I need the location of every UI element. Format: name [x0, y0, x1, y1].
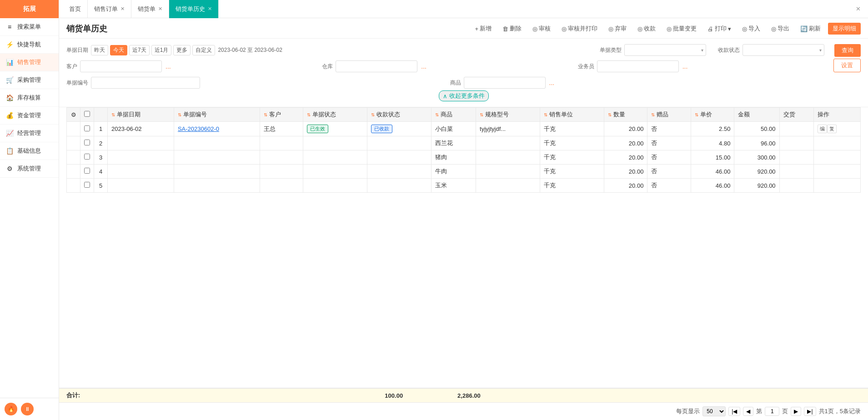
row-checkbox[interactable] — [84, 125, 90, 131]
select-all-checkbox[interactable] — [84, 111, 90, 117]
row-doc-no[interactable] — [174, 179, 260, 193]
setting-button[interactable]: 设置 — [833, 59, 861, 72]
sidebar-item-sales-mgmt[interactable]: 📊 销售管理 — [0, 54, 59, 71]
date-more-btn[interactable]: 更多 — [173, 45, 191, 55]
row-doc-no[interactable] — [174, 150, 260, 165]
sidebar-item-purchase-mgmt[interactable]: 🛒 采购管理 — [0, 71, 59, 89]
row-doc-no[interactable] — [174, 136, 260, 150]
row-checkbox[interactable] — [84, 168, 90, 174]
new-button[interactable]: + 新增 — [471, 23, 495, 35]
th-checkbox[interactable] — [80, 108, 94, 122]
refresh-button[interactable]: 🔄 刷新 — [797, 23, 824, 35]
table-wrapper: ⚙ ⇅ 单据日期 ⇅ 单据编号 ⇅ 客户 — [59, 107, 868, 388]
prev-page-btn[interactable]: ◀ — [743, 407, 753, 416]
row-edit-btn[interactable]: 编 — [818, 125, 827, 133]
collect-button[interactable]: ◎ 收款 — [634, 23, 659, 35]
review-button[interactable]: ◎ 审核 — [529, 23, 554, 35]
date-range-value: 2023-06-02 至 2023-06-02 — [218, 46, 282, 54]
sidebar-bottom-fire-icon[interactable]: 🔥 — [5, 403, 17, 415]
delete-label: 删除 — [510, 25, 522, 33]
import-button[interactable]: ◎ 导入 — [738, 23, 764, 35]
toolbar: + 新增 🗑 删除 ◎ 审核 ◎ 审核并打印 ◎ 弃审 — [471, 23, 861, 35]
row-doc-no[interactable]: SA-20230602-0 — [174, 122, 260, 136]
date-today-btn[interactable]: 今天 — [110, 45, 127, 55]
customer-input[interactable] — [80, 60, 162, 72]
collect-status-badge: 已收款 — [371, 125, 392, 133]
tab-sales-goods[interactable]: 销货单 ✕ — [131, 0, 169, 18]
th-doc-no[interactable]: ⇅ 单据编号 — [174, 108, 260, 122]
row-checkbox[interactable] — [84, 140, 90, 145]
th-collect-status[interactable]: ⇅ 收款状态 — [367, 108, 431, 122]
sidebar-item-quick-nav[interactable]: ⚡ 快捷导航 — [0, 36, 59, 54]
doc-type-select[interactable] — [624, 44, 706, 56]
sidebar-item-label: 基础信息 — [17, 147, 41, 155]
date-custom-btn[interactable]: 自定义 — [192, 45, 215, 55]
date-yesterday-btn[interactable]: 昨天 — [91, 45, 108, 55]
tab-sales-order[interactable]: 销售订单 ✕ — [88, 0, 131, 18]
abandon-button[interactable]: ◎ 弃审 — [605, 23, 630, 35]
th-gift[interactable]: ⇅ 赠品 — [647, 108, 691, 122]
row-doc-no[interactable] — [174, 165, 260, 179]
row-copy-btn[interactable]: 复 — [827, 125, 837, 133]
sidebar-item-operations-mgmt[interactable]: 📈 经营管理 — [0, 125, 59, 142]
print-button[interactable]: 🖨 打印 ▾ — [704, 23, 735, 35]
th-spec[interactable]: ⇅ 规格型号 — [476, 108, 540, 122]
warehouse-input[interactable] — [336, 60, 417, 72]
tab-home[interactable]: 首页 — [63, 0, 88, 18]
row-checkbox[interactable] — [84, 154, 90, 160]
row-gift: 否 — [647, 150, 691, 165]
tab-bar: 首页 销售订单 ✕ 销货单 ✕ 销货单历史 ✕ ✕ — [59, 0, 868, 18]
sidebar-item-search-menu[interactable]: ≡ 搜索菜单 — [0, 18, 59, 36]
tab-sales-goods-close[interactable]: ✕ — [158, 6, 162, 12]
table-row: 5玉米千克20.00否46.00920.00 — [67, 179, 861, 193]
next-page-btn[interactable]: ▶ — [791, 407, 801, 416]
doc-status-badge: 已生效 — [307, 125, 328, 133]
th-gear[interactable]: ⚙ — [67, 108, 80, 122]
sidebar-bottom-pause-icon[interactable]: ⏸ — [21, 403, 34, 415]
sidebar-item-inventory-calc[interactable]: 🏠 库存核算 — [0, 89, 59, 107]
th-goods[interactable]: ⇅ 商品 — [431, 108, 476, 122]
tab-sales-goods-history[interactable]: 销货单历史 ✕ — [169, 0, 219, 18]
tab-sales-order-close[interactable]: ✕ — [120, 6, 125, 12]
row-doc-status — [303, 136, 367, 150]
tab-bar-end[interactable]: ✕ — [852, 5, 864, 12]
th-doc-status[interactable]: ⇅ 单据状态 — [303, 108, 367, 122]
delete-button[interactable]: 🗑 删除 — [499, 23, 525, 35]
th-unit[interactable]: ⇅ 销售单位 — [540, 108, 604, 122]
customer-ellipsis-btn[interactable]: ... — [165, 63, 172, 70]
batch-change-button[interactable]: ◎ 批量变更 — [663, 23, 700, 35]
row-checkbox[interactable] — [84, 182, 90, 188]
collect-status-select[interactable] — [743, 44, 824, 56]
th-customer[interactable]: ⇅ 客户 — [260, 108, 303, 122]
th-qty[interactable]: ⇅ 数量 — [604, 108, 647, 122]
review-print-button[interactable]: ◎ 审核并打印 — [558, 23, 601, 35]
th-date[interactable]: ⇅ 单据日期 — [108, 108, 174, 122]
page-size-select[interactable]: 50 10 20 100 — [702, 406, 726, 416]
show-detail-button[interactable]: 显示明细 — [828, 23, 861, 35]
staff-input[interactable] — [597, 60, 679, 72]
row-gift: 否 — [647, 136, 691, 150]
goods-input[interactable] — [464, 77, 546, 89]
warehouse-ellipsis-btn[interactable]: ... — [420, 63, 427, 70]
export-button[interactable]: ◎ 导出 — [768, 23, 793, 35]
tab-sales-goods-history-close[interactable]: ✕ — [208, 6, 212, 12]
row-unit-price: 2.50 — [691, 122, 734, 136]
table-header-row: ⚙ ⇅ 单据日期 ⇅ 单据编号 ⇅ 客户 — [67, 108, 861, 122]
last-page-btn[interactable]: ▶| — [804, 407, 816, 416]
first-page-btn[interactable]: |◀ — [728, 407, 740, 416]
collapse-btn[interactable]: ∧ 收起更多条件 — [439, 90, 489, 101]
goods-ellipsis-btn[interactable]: ... — [548, 79, 556, 86]
doc-no-link[interactable]: SA-20230602-0 — [178, 125, 219, 132]
sidebar-item-funds-mgmt[interactable]: 💰 资金管理 — [0, 107, 59, 125]
doc-no-input[interactable] — [91, 77, 200, 89]
query-button[interactable]: 查询 — [834, 44, 861, 57]
staff-ellipsis-btn[interactable]: ... — [682, 63, 689, 70]
th-unit-price[interactable]: ⇅ 单价 — [691, 108, 734, 122]
date-7days-btn[interactable]: 近7天 — [129, 45, 150, 55]
page-input[interactable] — [765, 407, 779, 416]
sidebar-item-basic-info[interactable]: 📋 基础信息 — [0, 142, 59, 160]
sidebar-item-system-mgmt[interactable]: ⚙ 系统管理 — [0, 160, 59, 178]
row-customer: 王总 — [260, 122, 303, 136]
table-row: 3猪肉千克20.00否15.00300.00 — [67, 150, 861, 165]
date-1month-btn[interactable]: 近1月 — [151, 45, 172, 55]
